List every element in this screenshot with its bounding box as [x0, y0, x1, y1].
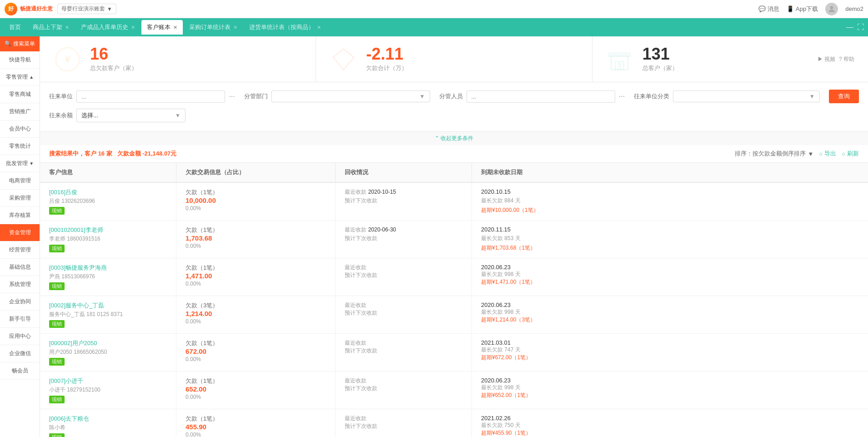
- debt-prefix: 欠款金额: [117, 150, 141, 157]
- filter-person-dots-icon[interactable]: ···: [619, 92, 625, 100]
- td-debt-5: 欠款（1笔） 652.00 0.00%: [176, 372, 336, 409]
- td-payback-1: 最近收款 2020-06-30 预计下次收款: [336, 221, 472, 258]
- search-button[interactable]: 查询: [829, 90, 859, 103]
- payback-info-0: 最近收款 2020-10-15 预计下次收款: [345, 188, 462, 205]
- customer-name-3[interactable]: [0002]服务中心_丁磊: [49, 302, 104, 309]
- store-selector[interactable]: 母婴行业演示账套 ▼: [57, 4, 116, 14]
- sort-label: 排序：按欠款金额倒序排序: [735, 150, 806, 158]
- sidebar-search[interactable]: 🔍 搜索菜单: [0, 36, 40, 51]
- sidebar-item-finance[interactable]: 资金管理: [0, 224, 40, 241]
- th-payback: 回收情况: [336, 163, 472, 182]
- logo-area: 好 畅捷通好生意: [5, 3, 53, 15]
- message-label: 消息: [768, 5, 779, 13]
- tab-instock-stat-close-icon[interactable]: ✕: [317, 25, 321, 30]
- sidebar-item-basic[interactable]: 基础信息: [0, 259, 40, 276]
- sidebar-item-newguide[interactable]: 新手引导: [0, 311, 40, 328]
- tab-customer-account-close-icon[interactable]: ✕: [173, 25, 177, 30]
- tab-purchase-order-close-icon[interactable]: ✕: [233, 25, 237, 30]
- customer-name-2[interactable]: [0003]畅捷服务尹海燕: [49, 264, 107, 271]
- help-button[interactable]: ? 帮助: [839, 55, 854, 63]
- collapse-bar[interactable]: ⌃ 收起更多条件: [40, 132, 868, 145]
- filter-dept-dropdown[interactable]: ▼: [271, 90, 430, 102]
- overdue-amount-link-6[interactable]: 超期¥455.90（1笔）: [481, 430, 531, 436]
- stat-value-debt-customers: 16: [90, 46, 137, 62]
- sidebar-item-marketing[interactable]: 营销推广: [0, 103, 40, 121]
- sidebar-item-retail-mgmt-label: 零售管理: [6, 74, 28, 80]
- filter-balance-dropdown[interactable]: 选择... ▼: [76, 109, 186, 122]
- filter-unit-type-dropdown[interactable]: ▼: [673, 90, 820, 102]
- customer-tag-0: 现销: [49, 207, 65, 215]
- user-name[interactable]: demo2: [845, 5, 863, 12]
- sidebar-item-basic-label: 基础信息: [9, 264, 31, 270]
- customer-name-0[interactable]: [0016]吕俊: [49, 189, 77, 196]
- sidebar-item-inventory[interactable]: 库存核算: [0, 207, 40, 224]
- svg-marker-3: [333, 49, 354, 70]
- sidebar-item-appstore[interactable]: 应用中心: [0, 328, 40, 345]
- tab-minimize-icon[interactable]: —: [846, 23, 853, 31]
- tab-home[interactable]: 首页: [4, 20, 26, 35]
- overdue-amount-link-1[interactable]: 超期¥1,703.68（1笔）: [481, 244, 859, 252]
- filter-from-unit: 往来单位 ···: [49, 90, 235, 103]
- sidebar-item-ecommerce[interactable]: 电商管理: [0, 172, 40, 190]
- tab-bar: 首页 商品上下架 ✕ 产成品入库单历史 ✕ 客户账本 ✕ 采购订单统计表 ✕ 进…: [0, 18, 868, 36]
- sidebar-item-member[interactable]: 会员中心: [0, 121, 40, 138]
- sidebar-item-retail-stats[interactable]: 零售统计: [0, 138, 40, 155]
- overdue-amount-link-5[interactable]: 超期¥652.00（1笔）: [481, 392, 531, 398]
- sidebar-item-wecom[interactable]: 企业微信: [0, 345, 40, 362]
- stat-value-total-customers: 131: [642, 46, 678, 62]
- stat-card-actions: ▶ 视频 ? 帮助: [818, 55, 854, 63]
- sidebar-item-retail-store[interactable]: 零售商城: [0, 86, 40, 103]
- store-name: 母婴行业演示账套: [61, 5, 105, 13]
- customer-name-1[interactable]: [0001020001]李老师: [49, 226, 103, 233]
- td-payback-2: 最近收款 预计下次收款: [336, 258, 472, 296]
- sidebar-item-quick-nav[interactable]: 快捷导航: [0, 51, 40, 69]
- overdue-amount-link-4[interactable]: 超期¥672.00（1笔）: [481, 354, 531, 361]
- tab-customer-account[interactable]: 客户账本 ✕: [141, 20, 183, 35]
- table-row: [000002]用户2050 用户2050 18665062050 现销 欠款（…: [40, 334, 868, 372]
- refresh-button[interactable]: ○ 刷新: [842, 150, 859, 158]
- tab-purchase-order[interactable]: 采购订单统计表 ✕: [184, 20, 243, 35]
- debt-percent-0: 0.00%: [186, 205, 326, 211]
- filter-area: 往来单位 ··· 分管部门 ▼ 分管人员 ···: [40, 82, 868, 132]
- sidebar-item-purchase-label: 采购管理: [9, 195, 31, 201]
- page-content: ¥ 16 总欠款客户（家） -2.11: [40, 36, 868, 437]
- sort-selector[interactable]: 排序：按欠款金额倒序排序 ▼: [735, 150, 813, 158]
- message-button[interactable]: 💬 消息: [758, 5, 779, 13]
- sidebar-item-ops[interactable]: 经营管理: [0, 241, 40, 259]
- td-overdue-4: 2021.03.01 最长欠款 747 天 超期¥672.00（1笔）: [472, 334, 868, 371]
- tab-production[interactable]: 产成品入库单历史 ✕: [75, 20, 140, 35]
- sidebar-item-system[interactable]: 系统管理: [0, 276, 40, 293]
- table-row: [0002]服务中心_丁磊 服务中心_丁磊 181 0125 8371 现销 欠…: [40, 296, 868, 334]
- overdue-amount-link-0[interactable]: 超期¥10,000.00（1笔）: [481, 206, 859, 214]
- customer-name-5[interactable]: [0007]小进千: [49, 377, 83, 384]
- sidebar-item-retail-mgmt[interactable]: 零售管理 ▲: [0, 69, 40, 86]
- sidebar-item-purchase[interactable]: 采购管理: [0, 190, 40, 207]
- export-icon: ○: [819, 151, 823, 157]
- tab-production-close-icon[interactable]: ✕: [131, 25, 135, 30]
- topbar-right: 💬 消息 📱 App下载 demo2: [758, 3, 863, 15]
- customer-name-4[interactable]: [000002]用户2050: [49, 340, 97, 347]
- filter-person-input[interactable]: [467, 90, 615, 103]
- filter-from-unit-dots-icon[interactable]: ···: [229, 92, 235, 100]
- filter-person: 分管人员 ···: [439, 90, 625, 103]
- sidebar-item-retail-stats-label: 零售统计: [9, 143, 31, 149]
- video-button[interactable]: ▶ 视频: [818, 55, 835, 63]
- sidebar-item-corp[interactable]: 企业协同: [0, 293, 40, 311]
- export-button[interactable]: ○ 导出: [819, 150, 836, 158]
- tab-maximize-icon[interactable]: ⛶: [857, 23, 864, 31]
- sidebar-item-vip[interactable]: 畅会员: [0, 362, 40, 380]
- result-count: 16: [98, 150, 105, 157]
- tab-products-close-icon[interactable]: ✕: [65, 25, 69, 30]
- app-download-button[interactable]: 📱 App下载: [787, 5, 818, 13]
- overdue-amount-link-2[interactable]: 超期¥1,471.00（1笔）: [481, 279, 536, 285]
- stat-card-debt-total: -2.11 欠款合计（万）: [316, 36, 592, 82]
- tab-instock-stat[interactable]: 进货单统计表（按商品） ✕: [244, 20, 326, 35]
- td-payback-3: 最近收款 预计下次收款: [336, 296, 472, 333]
- customer-name-6[interactable]: [0006]去下粮仓: [49, 415, 89, 422]
- customer-tag-1: 现销: [49, 245, 65, 252]
- sidebar-item-batch-mgmt[interactable]: 批发管理 ▼: [0, 155, 40, 172]
- filter-from-unit-input[interactable]: [76, 90, 225, 103]
- filter-balance: 往来余额 选择... ▼: [49, 109, 186, 122]
- overdue-amount-link-3[interactable]: 超期¥1,214.00（3笔）: [481, 316, 536, 323]
- tab-products[interactable]: 商品上下架 ✕: [27, 20, 75, 35]
